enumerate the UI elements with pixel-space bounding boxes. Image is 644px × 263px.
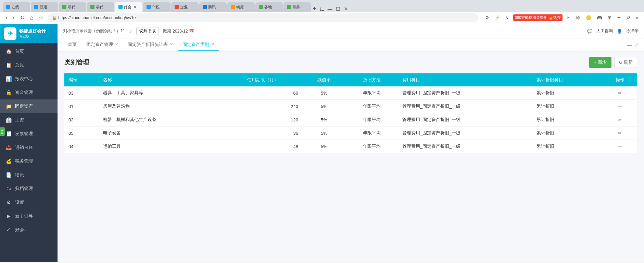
- sun-icon[interactable]: ☀: [616, 14, 622, 21]
- edit-icon-0[interactable]: ✏: [618, 91, 622, 96]
- row1-name[interactable]: 房屋及建筑物: [99, 100, 223, 113]
- brand-icon: ✈: [4, 27, 16, 40]
- browser-tab-6[interactable]: 企业: [171, 2, 199, 12]
- sidebar-item-tax[interactable]: 💰 税务管理: [0, 154, 58, 168]
- extensions-icon[interactable]: ⚙: [484, 14, 491, 21]
- page-tab-home[interactable]: 首页: [63, 39, 81, 51]
- page-tab-category-close[interactable]: ✕: [211, 42, 214, 47]
- row3-name[interactable]: 电子设备: [99, 127, 223, 140]
- browser-tab-2[interactable]: 易代: [59, 2, 86, 12]
- row0-name[interactable]: 器具、工具、家具等: [99, 86, 223, 100]
- app-wrapper: Eat ✈ 畅捷通好会计 专业版 🏠 首页 📋 总账 📊 报表中心: [0, 24, 644, 262]
- maximize-button[interactable]: ☐: [334, 6, 342, 12]
- tab-window-btns: — ⤢: [627, 42, 639, 48]
- bookmark-button[interactable]: ☆: [37, 14, 45, 21]
- sidebar-item-purchases[interactable]: 📥 进销台账: [0, 141, 58, 154]
- cut-icon[interactable]: ✂: [565, 14, 572, 21]
- browser-tab-4[interactable]: 好会 ✕: [115, 2, 142, 12]
- browser-tab-8[interactable]: 畅捷: [227, 2, 255, 12]
- back-button[interactable]: ‹: [4, 15, 9, 21]
- page-tab-depreciation[interactable]: 固定资产折旧统计表 ✕: [123, 39, 178, 51]
- tab-favicon-0: [6, 5, 10, 9]
- row1-edit[interactable]: ✏: [603, 100, 637, 113]
- page-tab-depreciation-close[interactable]: ✕: [170, 42, 173, 47]
- window-expand-btn[interactable]: ⤢: [634, 42, 639, 48]
- row4-name[interactable]: 运输工具: [99, 140, 223, 153]
- toolbar-icons: ⚙ ⚡ ∨ 360智能抠图免费用 🔥热搜 ✂ 译 🪙 🎮 ⊞ ☀ ↺ ≡: [484, 14, 640, 22]
- sidebar-item-extra[interactable]: ✓ 好会...: [0, 223, 58, 237]
- browser-tab-close-4[interactable]: ✕: [134, 5, 136, 9]
- forward-button[interactable]: ›: [11, 15, 16, 21]
- tab-favicon-6: [175, 5, 179, 9]
- edit-icon-1[interactable]: ✏: [618, 104, 622, 109]
- row4-edit[interactable]: ✏: [603, 140, 637, 153]
- sidebar-item-guide[interactable]: ▶ 新手引导: [0, 209, 58, 223]
- consult-label[interactable]: 人工咨询: [596, 28, 613, 34]
- row0-method: 年限平均: [346, 86, 398, 100]
- browser-tab-0[interactable]: 在线: [3, 2, 30, 12]
- sidebar-item-reports[interactable]: 📊 报表中心: [0, 72, 58, 86]
- url-input[interactable]: 🔒 https://cloud.chanjet.com/accounting/u…: [48, 13, 478, 22]
- edit-icon-2[interactable]: ✏: [618, 117, 622, 122]
- browser-tab-5[interactable]: 个税: [143, 2, 171, 12]
- page-tab-assets-close[interactable]: ✕: [115, 42, 118, 47]
- minimize-button[interactable]: —: [326, 6, 334, 12]
- home-button[interactable]: ⌂: [29, 15, 35, 21]
- cast-icon[interactable]: ⚡: [493, 14, 502, 21]
- browser-tab-9[interactable]: 各地: [255, 2, 283, 12]
- grid-icon[interactable]: ⊞: [606, 14, 613, 21]
- history-icon[interactable]: ↺: [625, 14, 632, 21]
- page-tab-assets[interactable]: 固定资产管理 ✕: [81, 39, 123, 51]
- refresh-icon: ↻: [619, 60, 622, 65]
- sidebar-item-archive[interactable]: 🗂 归档管理: [0, 182, 58, 195]
- sidebar-item-finance[interactable]: 🔒 资金管理: [0, 86, 58, 99]
- close-window-button[interactable]: ✕: [342, 6, 349, 12]
- new-tab-button[interactable]: +: [312, 5, 317, 12]
- search-hot-label[interactable]: 360智能抠图免费用 🔥热搜: [513, 14, 563, 21]
- page-tab-category[interactable]: 固定资产类别 ✕: [178, 39, 219, 51]
- header-period: 账期 2023-12 📅: [163, 28, 194, 34]
- sidebar-item-home[interactable]: 🏠 首页: [0, 45, 58, 58]
- browser-tab-10[interactable]: 目前: [283, 2, 311, 12]
- purchases-icon: 📥: [5, 144, 12, 151]
- table-header-row: 编号 名称 使用期限（月） 残值率 折旧方法 费用科目 累计折旧科目 操作: [64, 73, 637, 86]
- row3-edit[interactable]: ✏: [603, 127, 637, 140]
- sidebar-item-settings[interactable]: ⚙ 设置: [0, 195, 58, 209]
- assets-icon: 📁: [5, 103, 12, 109]
- row3-residual: 5%: [302, 127, 346, 140]
- switch-btn[interactable]: 切到旧版: [136, 27, 159, 35]
- tab-label-10: 目前: [292, 4, 300, 10]
- indicator-0[interactable]: Eat: [0, 127, 5, 136]
- refresh-button[interactable]: ↻ 刷新: [614, 57, 637, 68]
- add-button[interactable]: + 新增: [589, 57, 611, 68]
- page-tab-depreciation-label: 固定资产折旧统计表: [128, 41, 168, 48]
- ledger-icon: 📋: [5, 62, 12, 68]
- translate-icon[interactable]: 译: [574, 14, 582, 22]
- coin-icon[interactable]: 🪙: [584, 14, 593, 21]
- row4-method: 年限平均: [346, 140, 398, 153]
- sidebar-item-ledger[interactable]: 📋 总账: [0, 58, 58, 72]
- sidebar-item-invoice[interactable]: 🧾 发票管理: [0, 127, 58, 141]
- edit-icon-4[interactable]: ✏: [618, 144, 622, 149]
- menu-icon[interactable]: ≡: [634, 14, 640, 21]
- profile-icon[interactable]: ∨: [504, 14, 510, 21]
- row0-edit[interactable]: ✏: [603, 86, 637, 100]
- browser-tab-3[interactable]: 易代: [87, 2, 114, 12]
- sidebar-item-close-accounts[interactable]: 📑 结账: [0, 168, 58, 182]
- tax-icon: 💰: [5, 158, 12, 164]
- table-row: 05 电子设备 36 5% 年限平均 管理费用_固定资产折旧_一级 累计折旧 ✏: [64, 127, 637, 140]
- header-dropdown[interactable]: ∨: [129, 29, 132, 34]
- sidebar-item-assets[interactable]: 📁 固定资产: [0, 99, 58, 113]
- table-header: 编号 名称 使用期限（月） 残值率 折旧方法 费用科目 累计折旧科目 操作: [64, 73, 637, 86]
- game-icon[interactable]: 🎮: [595, 14, 604, 21]
- row2-edit[interactable]: ✏: [603, 113, 637, 127]
- row2-name[interactable]: 机器、机械和其他生产设备: [99, 113, 223, 127]
- calendar-icon[interactable]: 📅: [189, 29, 194, 34]
- sidebar-item-payroll[interactable]: 👔 工资: [0, 113, 58, 127]
- browser-tab-7[interactable]: 腾讯: [199, 2, 227, 12]
- browser-tab-1[interactable]: 新建: [31, 2, 58, 12]
- row3-method: 年限平均: [346, 127, 398, 140]
- refresh-button[interactable]: ↻: [19, 14, 26, 21]
- edit-icon-3[interactable]: ✏: [618, 131, 622, 136]
- window-min-btn[interactable]: —: [627, 42, 632, 48]
